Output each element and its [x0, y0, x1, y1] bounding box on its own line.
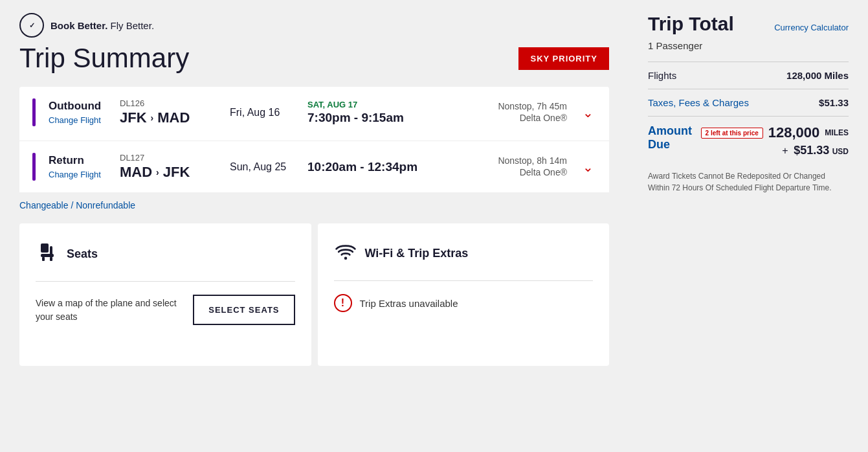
svg-rect-4: [50, 257, 52, 261]
return-flight-number: DL127: [120, 153, 230, 163]
trip-total-title: Trip Total: [648, 13, 734, 35]
return-cabin: Delta One®: [476, 167, 567, 177]
return-flight-route: DL127 MAD › JFK: [120, 153, 230, 181]
return-origin: MAD: [120, 164, 152, 181]
return-flight-type: Return Change Flight: [49, 154, 120, 180]
flights-label: Flights: [648, 70, 676, 81]
return-change-flight-link[interactable]: Change Flight: [49, 170, 101, 179]
seats-card-title: Seats: [67, 247, 98, 261]
changeable-note[interactable]: Changeable / Nonrefundable: [19, 200, 609, 210]
left-at-price-badge: 2 left at this price: [701, 128, 763, 139]
outbound-day-highlight: SAT, AUG 17: [307, 100, 476, 109]
header: ✓ Book Better. Fly Better.: [19, 13, 609, 38]
outbound-route-airports: JFK › MAD: [120, 109, 230, 126]
logo-icon: ✓: [19, 13, 44, 38]
return-route-airports: MAD › JFK: [120, 164, 230, 181]
outbound-flight-number: DL126: [120, 98, 230, 108]
outbound-flight-times: SAT, AUG 17 7:30pm - 9:15am: [307, 100, 476, 125]
logo-text-part2: Fly Better.: [107, 20, 154, 31]
usd-row: + $51.33 USD: [701, 144, 849, 157]
wifi-card-title: Wi-Fi & Trip Extras: [365, 247, 469, 260]
svg-point-5: [344, 257, 347, 260]
outbound-flight-card: Outbound Change Flight DL126 JFK › MAD F…: [19, 87, 609, 138]
bottom-cards-row: Seats View a map of the plane and select…: [19, 223, 609, 366]
wifi-icon: [334, 240, 357, 267]
outbound-arrow-icon: ›: [151, 113, 154, 123]
outbound-flight-route: DL126 JFK › MAD: [120, 98, 230, 126]
seats-card: Seats View a map of the plane and select…: [19, 223, 311, 366]
miles-label: MILES: [825, 128, 849, 137]
svg-rect-2: [50, 246, 52, 257]
flights-cost-row: Flights 128,000 Miles: [648, 70, 849, 81]
trip-extras-unavailable: ! Trip Extras unavailable: [334, 294, 594, 312]
sidebar-divider-2: [648, 89, 849, 89]
sky-priority-badge: SKY PRIORITY: [518, 47, 609, 70]
taxes-label: Taxes, Fees & Charges: [648, 97, 749, 108]
outbound-origin: JFK: [120, 109, 147, 126]
title-row: Trip Summary SKY PRIORITY: [19, 43, 609, 74]
svg-rect-3: [42, 257, 45, 261]
return-times-range: 10:20am - 12:34pm: [307, 160, 476, 174]
usd-label: USD: [832, 147, 849, 156]
logo-text: Book Better. Fly Better.: [50, 20, 154, 31]
outbound-change-flight-link[interactable]: Change Flight: [49, 115, 101, 125]
outbound-cabin: Delta One®: [476, 113, 567, 123]
outbound-nonstop: Nonstop, 7h 45m: [476, 101, 567, 111]
exclamation-icon: !: [334, 294, 352, 312]
svg-rect-0: [41, 243, 49, 253]
passenger-count: 1 Passenger: [648, 40, 849, 51]
trip-extras-text: Trip Extras unavailable: [360, 298, 458, 309]
trip-total-header: Trip Total Currency Calculator: [648, 13, 849, 35]
return-flight-card: Return Change Flight DL127 MAD › JFK Sun…: [19, 141, 609, 192]
award-notice: Award Tickets Cannot Be Redeposited Or C…: [648, 170, 849, 194]
sidebar-divider-3: [648, 116, 849, 117]
usd-amount: $51.33: [794, 144, 829, 157]
miles-amount: 128,000: [768, 124, 820, 141]
return-flight-date: Sun, Aug 25: [230, 161, 307, 173]
return-purple-bar: [32, 153, 36, 181]
seats-card-header: Seats: [36, 240, 295, 268]
page-title: Trip Summary: [19, 43, 189, 74]
page-wrapper: ✓ Book Better. Fly Better. Trip Summary …: [0, 0, 868, 452]
return-destination: JFK: [163, 164, 190, 181]
flights-value: 128,000 Miles: [786, 70, 849, 81]
outbound-chevron-button[interactable]: ⌄: [580, 102, 596, 123]
return-type-label: Return: [49, 154, 120, 167]
wifi-card-divider: [334, 280, 594, 281]
wifi-card-header: Wi-Fi & Trip Extras: [334, 240, 594, 267]
taxes-cost-row: Taxes, Fees & Charges $51.33: [648, 97, 849, 108]
miles-row: 2 left at this price 128,000 MILES: [701, 124, 849, 141]
outbound-purple-bar: [32, 98, 36, 126]
outbound-times-range: 7:30pm - 9:15am: [307, 111, 476, 125]
seats-card-body: View a map of the plane and select your …: [36, 295, 295, 325]
currency-calculator-link[interactable]: Currency Calculator: [774, 23, 849, 32]
outbound-destination: MAD: [157, 109, 190, 126]
plus-sign: +: [782, 145, 788, 156]
seats-body-text: View a map of the plane and select your …: [36, 297, 180, 324]
return-arrow-icon: ›: [156, 167, 159, 177]
amount-due-values: 2 left at this price 128,000 MILES + $51…: [701, 124, 849, 157]
seats-card-divider: [36, 281, 295, 282]
wifi-card: Wi-Fi & Trip Extras ! Trip Extras unavai…: [318, 223, 610, 366]
outbound-flight-date: Fri, Aug 16: [230, 107, 307, 119]
outbound-type-label: Outbound: [49, 100, 120, 113]
seat-icon: [36, 240, 59, 268]
flight-card-group: Outbound Change Flight DL126 JFK › MAD F…: [19, 87, 609, 192]
return-flight-times: 10:20am - 12:34pm: [307, 160, 476, 174]
amount-due-label: Amount Due: [648, 124, 701, 152]
taxes-value: $51.33: [819, 97, 849, 108]
logo-text-part1: Book Better.: [50, 20, 107, 31]
main-content: ✓ Book Better. Fly Better. Trip Summary …: [0, 0, 629, 452]
return-flight-info: Nonstop, 8h 14m Delta One®: [476, 155, 580, 179]
return-nonstop: Nonstop, 8h 14m: [476, 155, 567, 166]
sidebar-divider-1: [648, 62, 849, 62]
return-chevron-button[interactable]: ⌄: [580, 157, 596, 177]
amount-due-row: Amount Due 2 left at this price 128,000 …: [648, 124, 849, 157]
sidebar: Trip Total Currency Calculator 1 Passeng…: [629, 0, 868, 452]
select-seats-button[interactable]: SELECT SEATS: [193, 295, 295, 325]
outbound-flight-type: Outbound Change Flight: [49, 100, 120, 126]
outbound-flight-info: Nonstop, 7h 45m Delta One®: [476, 101, 580, 124]
